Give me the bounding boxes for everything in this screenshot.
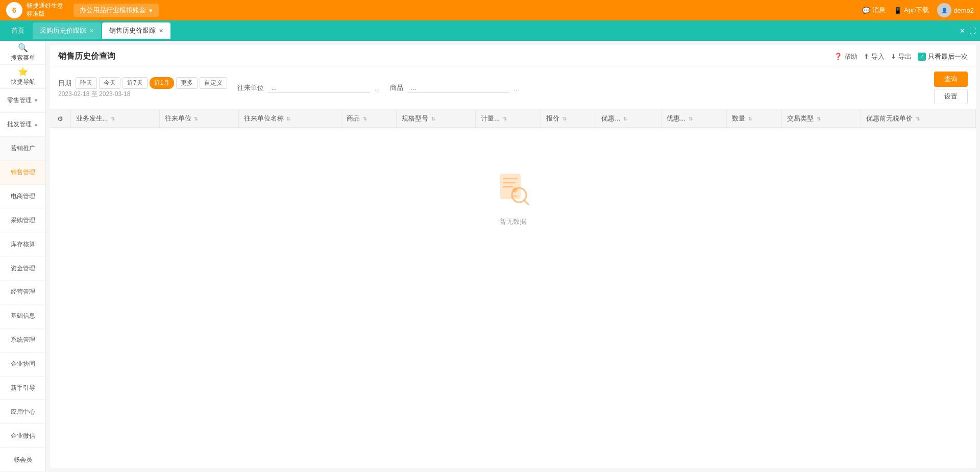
sidebar-item-purchase[interactable]: 采购管理	[0, 208, 45, 232]
partner-filter-dots: ...	[374, 84, 380, 92]
table-col-price[interactable]: 报价 ⇅	[541, 110, 596, 128]
date-btn-7days[interactable]: 近7天	[122, 77, 148, 89]
filter-actions: 查询 设置	[934, 72, 968, 104]
sidebar-item-marketing[interactable]: 营销推广	[0, 137, 45, 161]
purchase-history-tab-close[interactable]: ✕	[89, 28, 94, 34]
svg-rect-2	[503, 182, 516, 183]
sidebar-item-system[interactable]: 系统管理	[0, 328, 45, 352]
discount-rate-col-label: 优惠...	[601, 114, 620, 122]
partner-filter-label: 往来单位	[237, 83, 264, 92]
spec-sort-icon: ⇅	[431, 116, 435, 122]
trade-type-col-label: 交易类型	[787, 114, 814, 122]
date-btn-custom[interactable]: 自定义	[200, 77, 227, 89]
import-btn[interactable]: ⬆ 导入	[864, 52, 885, 61]
sidebar-operations-label: 经营管理	[11, 288, 35, 296]
date-filter-group: 日期 昨天 今天 近7天 近1月 更多 自定义 2023-02-18 至 202…	[58, 77, 227, 99]
sales-history-tab-close[interactable]: ✕	[159, 28, 163, 34]
svg-rect-3	[503, 186, 513, 187]
date-btn-1month[interactable]: 近1月	[150, 77, 175, 89]
sidebar-item-wholesale[interactable]: 批发管理 ▲	[0, 113, 45, 137]
empty-state: 暂无数据	[50, 128, 976, 267]
sidebar-item-retail[interactable]: 零售管理 ▼	[0, 89, 45, 113]
discount-rate-sort-icon: ⇅	[623, 116, 627, 122]
sidebar: 🔍 搜索菜单 ⭐ 快捷导航 零售管理 ▼ 批发管理 ▲ 营销推广 销售管理 电商…	[0, 41, 46, 472]
table-col-pre-tax-price[interactable]: 优惠前无税单价 ⇅	[861, 110, 976, 128]
top-header: 6 畅捷通好生意 标准版 办公用品行业模拟账套 ▾ 💬 消息 📱 App下载 👤…	[0, 0, 980, 20]
date-btn-yesterday[interactable]: 昨天	[76, 77, 97, 89]
app-download-btn[interactable]: 📱 App下载	[894, 6, 929, 15]
only-last-checkbox[interactable]: ✓	[918, 53, 926, 61]
user-profile[interactable]: 👤 demo2	[937, 3, 974, 17]
sidebar-item-inventory[interactable]: 库存核算	[0, 232, 45, 256]
tab-home[interactable]: 首页	[4, 22, 32, 39]
logo-icon: 6	[6, 2, 22, 18]
table-col-partner-name[interactable]: 往来单位名称 ⇅	[238, 110, 341, 128]
table-col-spec[interactable]: 规格型号 ⇅	[397, 110, 476, 128]
sidebar-item-finance[interactable]: 资金管理	[0, 256, 45, 280]
only-last-checkbox-area[interactable]: ✓ 只看最后一次	[918, 52, 968, 61]
table-col-biz-date[interactable]: 业务发生... ⇅	[70, 110, 159, 128]
message-btn[interactable]: 💬 消息	[862, 6, 886, 15]
table-col-discount-amt[interactable]: 优惠... ⇅	[662, 110, 727, 128]
sidebar-item-enterprise[interactable]: 企业协同	[0, 352, 45, 376]
table-col-gear[interactable]: ⚙	[50, 110, 70, 128]
date-btn-today[interactable]: 今天	[99, 77, 120, 89]
sidebar-item-search[interactable]: 🔍 搜索菜单	[0, 41, 45, 65]
query-button[interactable]: 查询	[934, 72, 968, 87]
sidebar-item-app-center[interactable]: 应用中心	[0, 400, 45, 424]
partner-code-col-label: 往来单位	[165, 114, 191, 122]
sidebar-item-wechat[interactable]: 企业微信	[0, 424, 45, 448]
sidebar-retail-label: 零售管理	[7, 96, 32, 105]
sidebar-quick-nav-label: 快捷导航	[11, 78, 35, 86]
import-icon: ⬆	[864, 53, 869, 60]
tab-expand-icon[interactable]: ⛶	[969, 27, 976, 35]
logo-text-line2: 标准版	[27, 10, 63, 18]
sidebar-ecommerce-label: 电商管理	[11, 192, 35, 201]
sidebar-item-sales-mgmt[interactable]: 销售管理	[0, 161, 45, 185]
export-icon: ⬇	[891, 53, 896, 60]
product-filter-label: 商品	[390, 83, 403, 92]
pre-tax-price-sort-icon: ⇅	[916, 116, 920, 122]
partner-filter-group: 往来单位 ...	[237, 83, 380, 93]
table-col-product[interactable]: 商品 ⇅	[341, 110, 397, 128]
date-filter-label: 日期	[58, 79, 71, 88]
sidebar-item-operations[interactable]: 经营管理	[0, 280, 45, 304]
sidebar-enterprise-label: 企业协同	[11, 360, 35, 368]
logo-text-line1: 畅捷通好生意	[27, 2, 63, 10]
sidebar-item-ecommerce[interactable]: 电商管理	[0, 185, 45, 209]
setting-button[interactable]: 设置	[934, 89, 968, 104]
trade-type-sort-icon: ⇅	[817, 116, 821, 122]
table-col-partner-code[interactable]: 往来单位 ⇅	[159, 110, 238, 128]
search-icon: 🔍	[18, 43, 28, 53]
sidebar-item-basic-info[interactable]: 基础信息	[0, 304, 45, 328]
svg-line-5	[524, 200, 528, 204]
price-col-label: 报价	[546, 114, 559, 122]
help-label: 帮助	[844, 52, 857, 61]
logo-area: 6 畅捷通好生意 标准版	[6, 2, 63, 18]
username-label: demo2	[953, 7, 974, 14]
sidebar-item-member[interactable]: 畅会员	[0, 448, 45, 472]
help-btn[interactable]: ❓ 帮助	[834, 52, 857, 61]
table-col-trade-type[interactable]: 交易类型 ⇅	[782, 110, 861, 128]
biz-date-sort-icon: ⇅	[111, 116, 115, 122]
sidebar-sales-mgmt-label: 销售管理	[11, 168, 35, 177]
tab-close-all-icon[interactable]: ✕	[960, 27, 965, 35]
discount-amt-col-label: 优惠...	[667, 114, 685, 122]
workspace-selector[interactable]: 办公用品行业模拟账套 ▾	[74, 4, 159, 17]
tab-purchase-history[interactable]: 采购历史价跟踪 ✕	[33, 22, 101, 39]
product-filter-input[interactable]	[407, 83, 509, 93]
quantity-col-label: 数量	[732, 114, 745, 122]
date-btn-more[interactable]: 更多	[176, 77, 198, 89]
tab-sales-history[interactable]: 销售历史价跟踪 ✕	[102, 22, 170, 39]
partner-filter-input[interactable]	[268, 83, 370, 93]
header-right: 💬 消息 📱 App下载 👤 demo2	[862, 3, 974, 17]
page-header: 销售历史价查询 ❓ 帮助 ⬆ 导入 ⬇ 导出 ✓	[50, 45, 976, 66]
table-col-discount-rate[interactable]: 优惠... ⇅	[596, 110, 662, 128]
export-btn[interactable]: ⬇ 导出	[891, 52, 912, 61]
product-filter-dots: ...	[513, 84, 519, 92]
table-col-unit[interactable]: 计量... ⇅	[476, 110, 541, 128]
sidebar-item-guide[interactable]: 新手引导	[0, 376, 45, 400]
sidebar-item-quick-nav[interactable]: ⭐ 快捷导航	[0, 65, 45, 89]
table-col-quantity[interactable]: 数量 ⇅	[727, 110, 782, 128]
sidebar-finance-label: 资金管理	[11, 264, 35, 273]
